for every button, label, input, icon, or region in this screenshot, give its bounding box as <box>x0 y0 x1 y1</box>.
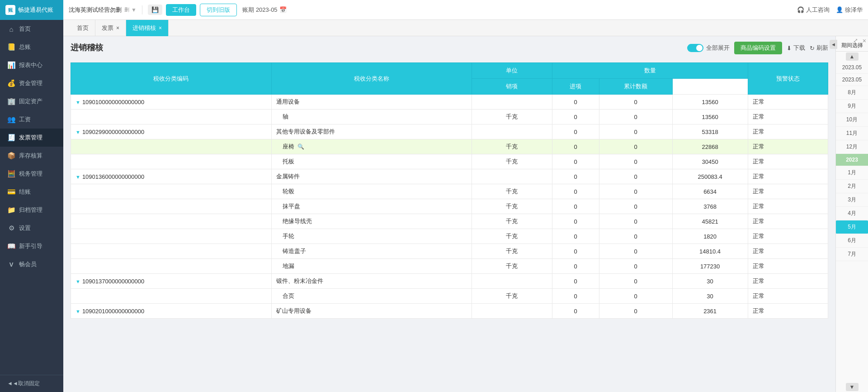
user-menu[interactable]: 👤 徐泽华 <box>836 6 863 14</box>
period-display: 账期 2023-05 📅 <box>242 6 287 14</box>
tab-reconcile-close[interactable]: × <box>159 25 162 31</box>
table-row[interactable]: ▼1090100000000000000 通用设备 0 0 13560 正常 <box>71 95 828 110</box>
download-label: 下载 <box>793 44 805 52</box>
tab-reconcile[interactable]: 进销稽核 × <box>126 20 169 36</box>
save-button[interactable]: 💾 <box>148 5 162 15</box>
sidebar-label-tax: 税务管理 <box>19 170 42 178</box>
table-row[interactable]: 铸造盖子 千克 0 0 14810.4 正常 <box>71 244 828 259</box>
download-button[interactable]: ⬇ 下载 <box>787 44 805 52</box>
calendar-icon[interactable]: 📅 <box>279 6 287 13</box>
table-row[interactable]: 座椅 🔍 千克 0 0 22868 正常 <box>71 139 828 154</box>
sidebar-item-settlement[interactable]: 💳 结账 <box>0 183 63 201</box>
refresh-icon: ↻ <box>810 45 815 52</box>
sidebar-item-settings[interactable]: ⚙ 设置 <box>0 219 63 237</box>
switch-old-button[interactable]: 切到旧版 <box>200 4 237 16</box>
cell-name: 地漏 <box>271 259 472 274</box>
workbench-button[interactable]: 工作台 <box>166 4 196 16</box>
topbar-right: 🎧 人工咨询 👤 徐泽华 <box>797 6 863 14</box>
cell-cumulative: 30450 <box>672 154 748 169</box>
period-item-1[interactable]: 9月 <box>836 100 868 113</box>
sidebar-item-tax[interactable]: 🧮 税务管理 <box>0 165 63 183</box>
th-purchase: 进项 <box>552 79 599 95</box>
sidebar-unpin-button[interactable]: ◄◄取消固定 <box>0 375 63 392</box>
table-row[interactable]: 绝缘导线壳 千克 0 0 45821 正常 <box>71 214 828 229</box>
period-item-4[interactable]: 12月 <box>836 140 868 154</box>
sidebar-item-home[interactable]: ⌂ 首页 <box>0 20 63 38</box>
table-row[interactable]: 合页 千克 0 0 30 正常 <box>71 289 828 304</box>
sidebar-item-invoice[interactable]: 🧾 发票管理 <box>0 129 63 147</box>
company-delete-icon[interactable]: 删 <box>124 6 129 13</box>
cell-code <box>71 139 272 154</box>
cell-warning: 正常 <box>748 274 828 289</box>
table-row[interactable]: ▼1090136000000000000 金属铸件 0 0 250083.4 正… <box>71 169 828 184</box>
period-item-7[interactable]: 2月 <box>836 180 868 193</box>
sidebar-item-archive[interactable]: 📁 归档管理 <box>0 201 63 219</box>
tab-invoice[interactable]: 发票 × <box>95 20 126 36</box>
user-icon: 👤 <box>836 6 843 13</box>
period-item-0[interactable]: 8月 <box>836 86 868 100</box>
cell-warning: 正常 <box>748 95 828 110</box>
cell-cumulative: 13560 <box>672 95 748 110</box>
cell-code: ▼1090201000000000000 <box>71 304 272 319</box>
sidebar-label-reports: 报表中心 <box>19 61 42 69</box>
period-item-9[interactable]: 4月 <box>836 207 868 220</box>
sidebar-item-inventory[interactable]: 📦 库存核算 <box>0 147 63 165</box>
cell-name: 抹平盘 <box>271 199 472 214</box>
sidebar-item-guide[interactable]: 📖 新手引导 <box>0 237 63 255</box>
period-item-12[interactable]: 7月 <box>836 248 868 261</box>
product-code-button[interactable]: 商品编码设置 <box>734 42 782 54</box>
tabs-bar: 首页 发票 × 进销稽核 × <box>63 20 868 36</box>
settings-icon: ⚙ <box>7 224 15 232</box>
period-year-2023-a[interactable]: 2023.05 <box>836 62 868 74</box>
cell-purchase: 0 <box>599 274 672 289</box>
table-row[interactable]: 轴 千克 0 0 13560 正常 <box>71 110 828 124</box>
table-row[interactable]: 托板 千克 0 0 30450 正常 <box>71 154 828 169</box>
support-button[interactable]: 🎧 人工咨询 <box>797 6 830 14</box>
panel-expand-button[interactable]: ⤢ <box>853 37 858 44</box>
sidebar-label-assets: 固定资产 <box>19 97 42 105</box>
sidebar-label-ledger: 总账 <box>19 43 31 51</box>
company-dropdown-icon[interactable]: ▼ <box>131 7 137 13</box>
sidebar-item-member[interactable]: V 畅会员 <box>0 255 63 273</box>
page-content: 进销稽核 全部展开 商品编码设置 ⬇ 下载 ↻ 刷 <box>63 36 868 392</box>
panel-close-button[interactable]: × <box>863 37 866 44</box>
panel-toggle-button[interactable]: ◄ <box>830 40 837 49</box>
period-item-6[interactable]: 1月 <box>836 166 868 180</box>
period-item-2[interactable]: 10月 <box>836 113 868 127</box>
period-item-8[interactable]: 3月 <box>836 193 868 207</box>
app-logo: 账 畅捷通易代账 <box>0 0 63 20</box>
sidebar-item-ledger[interactable]: 📒 总账 <box>0 38 63 56</box>
period-item-11[interactable]: 6月 <box>836 234 868 248</box>
period-item-3[interactable]: 11月 <box>836 127 868 140</box>
sidebar-item-assets[interactable]: 🏢 固定资产 <box>0 92 63 110</box>
expand-all-label: 全部展开 <box>706 44 730 52</box>
table-row[interactable]: ▼1090201000000000000 矿山专用设备 0 0 2361 正常 <box>71 304 828 319</box>
table-row[interactable]: 轮毂 千克 0 0 6634 正常 <box>71 184 828 199</box>
cell-unit: 千克 <box>472 289 552 304</box>
table-row[interactable]: ▼1090299000000000000 其他专用设备及零部件 0 0 5331… <box>71 124 828 139</box>
period-item-10[interactable]: 5月 <box>836 220 868 234</box>
cell-purchase: 0 <box>599 214 672 229</box>
table-row[interactable]: ▼1090137000000000000 锻件、粉末冶金件 0 0 30 正常 <box>71 274 828 289</box>
period-up-button[interactable]: ▲ <box>846 53 859 61</box>
period-year-2023-b[interactable]: 2023.05 <box>836 74 868 86</box>
table-row[interactable]: 抹平盘 千克 0 0 3768 正常 <box>71 199 828 214</box>
tab-home[interactable]: 首页 <box>71 20 95 36</box>
cell-name: 绝缘导线壳 <box>271 214 472 229</box>
cell-warning: 正常 <box>748 244 828 259</box>
toggle-track[interactable] <box>687 44 703 52</box>
sidebar-item-funds[interactable]: 💰 资金管理 <box>0 74 63 92</box>
period-item-5[interactable]: 2023 <box>836 154 868 166</box>
table-row[interactable]: 手轮 千克 0 0 1820 正常 <box>71 229 828 244</box>
table-row[interactable]: 地漏 千克 0 0 177230 正常 <box>71 259 828 274</box>
company-selector[interactable]: 沈海英测试经营勿删 删 ▼ <box>69 6 137 14</box>
sidebar-item-reports[interactable]: 📊 报表中心 <box>0 56 63 74</box>
period-down-button[interactable]: ▼ <box>846 383 859 391</box>
refresh-button[interactable]: ↻ 刷新 <box>810 44 828 52</box>
sidebar-item-payroll[interactable]: 👥 工资 <box>0 110 63 129</box>
tab-invoice-close[interactable]: × <box>116 25 119 31</box>
sidebar: 账 畅捷通易代账 ⌂ 首页 📒 总账 📊 报表中心 💰 资金管理 🏢 固定资产 … <box>0 0 63 392</box>
cell-name: 通用设备 <box>271 95 472 110</box>
period-value: 2023-05 <box>256 6 278 13</box>
expand-toggle[interactable]: 全部展开 <box>687 44 730 52</box>
